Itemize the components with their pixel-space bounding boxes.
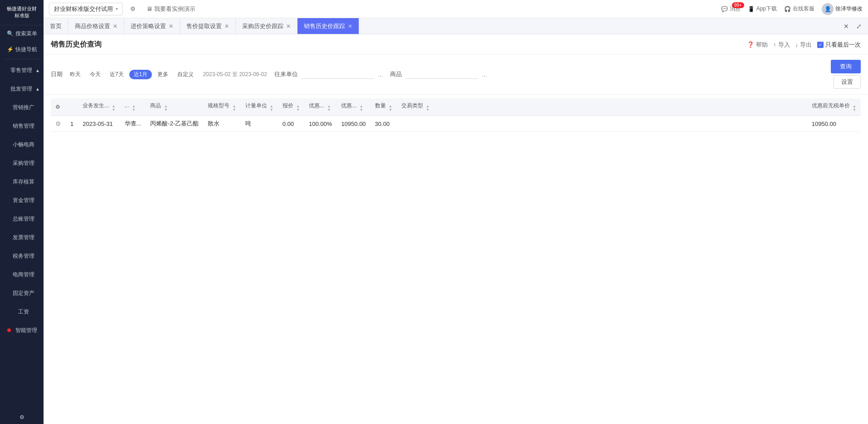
- sidebar-search[interactable]: 🔍 搜索菜单: [0, 25, 44, 42]
- th-quantity[interactable]: 数量 ▲▼: [371, 98, 397, 116]
- export-link[interactable]: ↓ 导出: [795, 41, 812, 49]
- sidebar-item-ecommerce-small[interactable]: 小畅电商: [0, 135, 44, 154]
- th-discount1[interactable]: 优惠... ▲▼: [304, 98, 336, 116]
- th-biz-date[interactable]: 业务发生... ▲▼: [78, 98, 120, 116]
- quicknav-icon: ⚡: [7, 46, 14, 53]
- th-trade-type[interactable]: 交易类型 ▲▼: [397, 98, 434, 116]
- td-spec: 散水: [203, 116, 240, 132]
- import-link[interactable]: ↑ 导入: [773, 41, 790, 49]
- source-unit-input[interactable]: [302, 70, 374, 79]
- user-profile[interactable]: 👤 徐泽华修改: [822, 3, 863, 15]
- table-area: ⚙ 业务发生... ▲▼ ... ▲▼ 商品 ▲▼: [44, 98, 868, 132]
- sidebar-item-sales[interactable]: 销售管理: [0, 117, 44, 135]
- sidebar-item-general-ledger[interactable]: 总账管理: [0, 210, 44, 228]
- th-unit[interactable]: 计量单位 ▲▼: [241, 98, 278, 116]
- th-discount2[interactable]: 优惠... ▲▼: [336, 98, 370, 116]
- date-filter-group: 日期 昨天 今天 近7天 近1月 更多 自定义 2023-05-02 至 202…: [51, 70, 267, 79]
- gear-icon: ⚙: [130, 5, 136, 12]
- sidebar-item-ecommerce[interactable]: 电商管理: [0, 265, 44, 284]
- data-table: ⚙ 业务发生... ▲▼ ... ▲▼ 商品 ▲▼: [51, 98, 861, 132]
- close-icon[interactable]: ✕: [169, 23, 173, 29]
- product-dots[interactable]: ...: [482, 71, 487, 78]
- messages-button[interactable]: 💬 消息 99+: [721, 5, 741, 13]
- date-btn-yesterday[interactable]: 昨天: [66, 70, 84, 79]
- tab-purchase-history[interactable]: 采购历史价跟踪 ✕: [236, 18, 297, 34]
- sidebar-item-inventory[interactable]: 库存核算: [0, 173, 44, 191]
- tab-bar: 首页 商品价格设置 ✕ 进价策略设置 ✕ 售价提取设置 ✕ 采购历史价跟踪 ✕ …: [44, 18, 868, 34]
- date-btn-today[interactable]: 今天: [86, 70, 104, 79]
- chevron-down-icon: ▾: [116, 6, 118, 11]
- topbar-gear-button[interactable]: ⚙: [127, 3, 139, 15]
- gear-icon[interactable]: ⚙: [55, 120, 61, 127]
- date-btn-last1month[interactable]: 近1月: [129, 70, 152, 79]
- version-selector[interactable]: 好业财标准版交付试用 ▾: [49, 3, 123, 15]
- close-icon[interactable]: ✕: [348, 23, 352, 29]
- sidebar-item-tax[interactable]: 税务管理: [0, 247, 44, 265]
- mobile-icon: 📱: [748, 6, 755, 12]
- sort-icon: ▲▼: [389, 105, 392, 112]
- td-index: 1: [66, 116, 78, 132]
- demo-icon: 🖥: [146, 5, 152, 12]
- setting-button[interactable]: 设置: [834, 75, 861, 89]
- sidebar-item-fixed-assets[interactable]: 固定资产: [0, 284, 44, 303]
- sidebar-settings[interactable]: ⚙: [0, 410, 44, 424]
- date-btn-more[interactable]: 更多: [154, 70, 172, 79]
- tab-home[interactable]: 首页: [44, 18, 68, 34]
- date-options: 昨天 今天 近7天 近1月 更多 自定义: [66, 70, 197, 79]
- red-dot-icon: [7, 328, 11, 332]
- app-download-button[interactable]: 📱 App下载: [748, 5, 777, 13]
- chevron-up-icon: ▲: [35, 87, 40, 92]
- sidebar-item-marketing[interactable]: 营销推广: [0, 98, 44, 117]
- product-input[interactable]: [405, 70, 478, 79]
- sidebar-item-payroll[interactable]: 工资: [0, 303, 44, 321]
- close-icon[interactable]: ✕: [286, 23, 291, 29]
- sidebar-item-invoice[interactable]: 发票管理: [0, 228, 44, 247]
- th-spec[interactable]: 规格型号 ▲▼: [203, 98, 240, 116]
- th-pretax-price[interactable]: 优惠前无税单价 ▲▼: [807, 98, 861, 116]
- page-actions: ❓ 帮助 ↑ 导入 ↓ 导出 ✓ 只看最后一次: [747, 41, 861, 49]
- sidebar-item-wholesale[interactable]: 批发管理 ▲: [0, 80, 44, 98]
- close-icon[interactable]: ✕: [224, 23, 229, 29]
- date-btn-last7[interactable]: 近7天: [106, 70, 127, 79]
- online-service-button[interactable]: 🎧 在线客服: [784, 5, 814, 13]
- sort-icon: ▲▼: [360, 105, 363, 112]
- sidebar-divider: [4, 59, 40, 59]
- source-unit-label: 往来单位: [274, 70, 298, 78]
- gear-icon[interactable]: ⚙: [55, 104, 60, 110]
- sort-icon: ▲▼: [327, 105, 331, 112]
- only-last-checkbox-label[interactable]: ✓ 只看最后一次: [817, 41, 861, 49]
- th-gear: ⚙: [51, 98, 66, 116]
- sidebar-item-purchase[interactable]: 采购管理: [0, 154, 44, 173]
- td-quantity: 30.00: [371, 116, 397, 132]
- maximize-window-button[interactable]: ⤢: [853, 21, 864, 32]
- date-btn-custom[interactable]: 自定义: [174, 70, 197, 79]
- filter-area: 日期 昨天 今天 近7天 近1月 更多 自定义 2023-05-02 至 202…: [44, 54, 868, 95]
- th-index: [66, 98, 78, 116]
- filter-buttons: 查询 设置: [831, 60, 861, 89]
- th-more-cols[interactable]: ... ▲▼: [120, 98, 146, 116]
- sidebar-quicknav[interactable]: ⚡ 快捷导航: [0, 42, 44, 57]
- sidebar-item-fund[interactable]: 资金管理: [0, 191, 44, 210]
- tab-price-setting[interactable]: 商品价格设置 ✕: [68, 18, 124, 34]
- checkbox-icon: ✓: [817, 42, 824, 48]
- th-price[interactable]: 报价 ▲▼: [278, 98, 304, 116]
- close-window-button[interactable]: ✕: [841, 21, 852, 32]
- tab-sales-history[interactable]: 销售历史价跟踪 ✕: [297, 18, 359, 34]
- sidebar-logo: 畅捷通好业财 标准版: [0, 0, 44, 25]
- help-link[interactable]: ❓ 帮助: [747, 41, 768, 49]
- source-unit-dots[interactable]: ...: [378, 71, 383, 78]
- th-product[interactable]: 商品 ▲▼: [146, 98, 203, 116]
- sidebar-item-retail[interactable]: 零售管理 ▲: [0, 61, 44, 80]
- td-gear: ⚙: [51, 116, 66, 132]
- demo-link[interactable]: 🖥 我要看实例演示: [146, 5, 195, 13]
- sidebar-item-smart-mgmt[interactable]: 智能管理: [0, 321, 44, 340]
- topbar-right: 💬 消息 99+ 📱 App下载 🎧 在线客服 👤 徐泽华修改: [721, 3, 863, 15]
- query-button[interactable]: 查询: [831, 60, 861, 73]
- td-discount2: 10950.00: [336, 116, 370, 132]
- td-company: 华查...: [120, 116, 146, 132]
- message-icon: 💬: [721, 6, 728, 12]
- source-unit-filter: 往来单位 ...: [274, 70, 383, 79]
- close-icon[interactable]: ✕: [113, 23, 117, 29]
- tab-sale-extract[interactable]: 售价提取设置 ✕: [180, 18, 236, 34]
- tab-purchase-strategy[interactable]: 进价策略设置 ✕: [124, 18, 180, 34]
